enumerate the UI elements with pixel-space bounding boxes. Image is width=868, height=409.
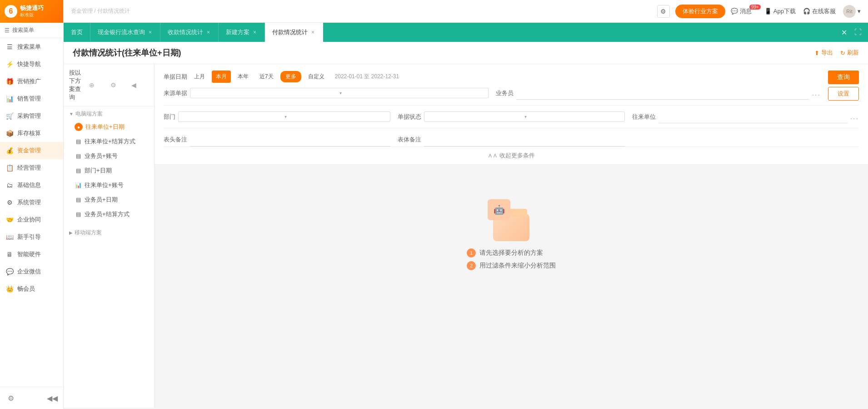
purchase-icon: 🛒: [5, 112, 14, 120]
sidebar-item-wechat[interactable]: 💬 企业微信: [0, 263, 63, 280]
online-service-button[interactable]: 🎧 在线客服: [803, 7, 836, 15]
staff-label: 业务员: [496, 89, 514, 97]
cooperation-icon: 🤝: [5, 216, 14, 224]
sidebar-item-purchase[interactable]: 🛒 采购管理: [0, 107, 63, 125]
scheme-label-unit-date: 往来单位+日期: [85, 123, 125, 131]
sidebar-item-quick-nav[interactable]: ⚡ 快捷导航: [0, 56, 63, 73]
scheme-item-staff-account[interactable]: ▤ 业务员+账号: [64, 149, 154, 163]
scheme-label-dept-date: 部门+日期: [85, 167, 112, 175]
refresh-icon: ↻: [840, 50, 845, 56]
sidebar-item-label-cooperation: 企业协同: [17, 216, 41, 224]
sidebar-item-system[interactable]: ⚙ 系统管理: [0, 194, 63, 211]
filter-settings-button[interactable]: 设置: [828, 87, 859, 101]
tab-close-pay-stats[interactable]: ×: [310, 28, 315, 36]
tab-close-bank-flow[interactable]: ×: [148, 28, 153, 36]
collapse-filter-button[interactable]: ∧∧ 收起更多条件: [164, 146, 859, 164]
collapse-sidebar-icon[interactable]: ◀◀: [46, 392, 59, 404]
app-name-block: 畅捷通巧 标准版: [20, 5, 44, 18]
sidebar-item-label-quick-nav: 快捷导航: [17, 60, 41, 68]
search-menu-item[interactable]: ☰ 搜索菜单: [0, 23, 63, 38]
more-btn[interactable]: 更多: [280, 71, 301, 82]
last7-btn[interactable]: 近7天: [255, 71, 278, 83]
user-avatar-button[interactable]: Rit ▾: [843, 5, 861, 18]
page-header: 付款情况统计(往来单位+日期) ⬆ 导出 ↻ 刷新: [64, 42, 868, 64]
desktop-section-label: 电脑端方案: [75, 110, 103, 118]
download-icon: 📱: [764, 8, 772, 15]
tab-close-receive-stats[interactable]: ×: [206, 28, 211, 36]
sidebar-item-finance[interactable]: 💰 资金管理: [0, 142, 63, 159]
scheme-label-staff-account: 业务员+账号: [85, 152, 118, 160]
sidebar-item-member[interactable]: 👑 畅会员: [0, 280, 63, 298]
sidebar-item-hardware[interactable]: 🖥 智能硬件: [0, 246, 63, 263]
sidebar-item-basic[interactable]: 🗂 基础信息: [0, 177, 63, 194]
scheme-item-staff-settlement[interactable]: ▤ 业务员+结算方式: [64, 207, 154, 222]
hint-1-text: 请先选择要分析的方案: [479, 249, 543, 257]
tab-pay-stats[interactable]: 付款情况统计×: [265, 23, 323, 42]
app-download-button[interactable]: 📱 App下载: [764, 7, 796, 15]
tab-bank-flow[interactable]: 现金银行流水查询×: [90, 23, 160, 42]
active-scheme-dot: ●: [75, 123, 83, 131]
topbar: 资金管理 / 付款情况统计 ⚙ 体验行业方案 💬 消息 99+ 📱 App下载 …: [64, 0, 868, 23]
body-note-input[interactable]: [424, 133, 624, 144]
sidebar-item-cooperation[interactable]: 🤝 企业协同: [0, 211, 63, 228]
header-note-input[interactable]: [190, 133, 390, 144]
sidebar-item-sales[interactable]: 📊 销售管理: [0, 90, 63, 107]
staff-input[interactable]: [516, 86, 809, 98]
scheme-icon-staff-account: ▤: [75, 152, 82, 160]
tab-home[interactable]: 首页: [64, 23, 90, 42]
guide-icon: 📖: [5, 233, 14, 241]
scheme-item-staff-date[interactable]: ▤ 业务员+日期: [64, 192, 154, 207]
related-unit-dots[interactable]: ...: [850, 113, 859, 121]
sidebar-item-label-search: 搜索菜单: [17, 43, 41, 51]
last-month-btn[interactable]: 上月: [190, 71, 209, 83]
mobile-section-toggle[interactable]: ▶ 移动端方案: [64, 225, 154, 238]
voucher-status-select[interactable]: ▾: [424, 111, 624, 122]
sidebar-item-label-system: 系统管理: [17, 198, 41, 207]
query-button[interactable]: 查询: [828, 71, 859, 84]
date-range-text: 2022-01-01 至 2022-12-31: [335, 73, 399, 81]
config-button[interactable]: ⚙: [657, 5, 670, 18]
scheme-label-staff-date: 业务员+日期: [85, 196, 118, 204]
scheme-panel: 按以下方案查询 ⊕ ⚙ ◀ ▼ 电脑端方案 ● 往来单位+日期 ▤ 往来单位+结…: [64, 64, 155, 408]
tab-close-new-scheme[interactable]: ×: [252, 28, 257, 36]
scheme-settings-icon[interactable]: ⚙: [110, 81, 128, 90]
voucher-status-arrow: ▾: [524, 114, 621, 119]
sidebar-item-operations[interactable]: 📋 经营管理: [0, 159, 63, 177]
source-select[interactable]: ▾: [190, 88, 489, 98]
scheme-item-unit-account[interactable]: 📊 往来单位+账号: [64, 178, 154, 192]
tab-receive-stats[interactable]: 收款情况统计×: [160, 23, 219, 42]
member-icon: 👑: [5, 285, 14, 293]
mobile-section-label: 移动端方案: [75, 229, 102, 237]
this-month-btn[interactable]: 本月: [212, 71, 231, 83]
maximize-tab-button[interactable]: ⛶: [853, 26, 863, 38]
sidebar-item-guide[interactable]: 📖 新手引导: [0, 228, 63, 246]
search-label: 搜索菜单: [12, 26, 34, 34]
refresh-label: 刷新: [847, 49, 859, 57]
scheme-item-dept-date[interactable]: ▤ 部门+日期: [64, 163, 154, 178]
hint-2-num: 2: [467, 261, 476, 270]
scheme-icon-unit-account: 📊: [75, 182, 82, 189]
sidebar-item-marketing[interactable]: 🎁 营销推广: [0, 73, 63, 90]
staff-dots[interactable]: ...: [812, 89, 821, 97]
settings-footer-icon[interactable]: ⚙: [5, 392, 17, 404]
add-scheme-icon[interactable]: ⊕: [88, 81, 106, 90]
refresh-button[interactable]: ↻ 刷新: [840, 49, 859, 57]
tab-new-scheme[interactable]: 新建方案×: [219, 23, 265, 42]
sidebar-nav: ☰ 搜索菜单 ⚡ 快捷导航 🎁 营销推广 📊 销售管理 🛒 采购管理 📦 库存核…: [0, 38, 63, 387]
export-button[interactable]: ⬆ 导出: [814, 49, 833, 57]
close-tab-button[interactable]: ✕: [839, 26, 849, 39]
desktop-section-toggle[interactable]: ▼ 电脑端方案: [64, 106, 154, 120]
message-button[interactable]: 💬 消息 99+: [731, 7, 757, 15]
dept-arrow: ▾: [284, 114, 387, 119]
this-year-btn[interactable]: 本年: [234, 71, 253, 83]
sidebar-item-search[interactable]: ☰ 搜索菜单: [0, 38, 63, 56]
dept-select[interactable]: ▾: [178, 111, 390, 122]
collapse-scheme-icon[interactable]: ◀: [130, 81, 149, 90]
chevron-down-icon: ▾: [858, 8, 861, 15]
custom-btn[interactable]: 自定义: [304, 71, 329, 83]
sidebar-item-inventory[interactable]: 📦 库存核算: [0, 125, 63, 142]
scheme-item-unit-settlement[interactable]: ▤ 往来单位+结算方式: [64, 134, 154, 149]
related-unit-input[interactable]: [658, 110, 848, 121]
trial-button[interactable]: 体验行业方案: [675, 5, 725, 18]
scheme-item-unit-date[interactable]: ● 往来单位+日期: [64, 120, 154, 134]
